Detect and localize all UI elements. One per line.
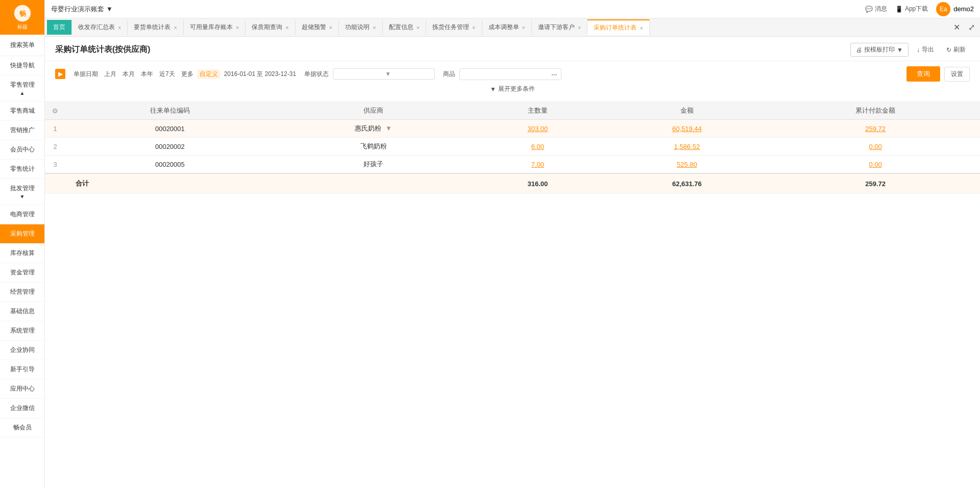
tab-home[interactable]: 首页 xyxy=(47,20,72,35)
tab-close-all-button[interactable]: ✕ xyxy=(950,21,963,33)
col-qty-label: 主数量 xyxy=(528,107,548,114)
tab-keyongliang-label: 可用量库存账本 xyxy=(190,23,233,32)
sidebar-item-retail-stats[interactable]: 零售统计 xyxy=(0,160,44,179)
retail-arrow-icon: ▲ xyxy=(20,90,25,96)
sidebar-item-member[interactable]: 会员中心 xyxy=(0,140,44,160)
table-footer-row: 合计 316.00 62,631.76 259.72 xyxy=(45,173,980,194)
tab-keyongliang[interactable]: 可用量库存账本 × xyxy=(184,20,246,35)
sidebar-item-batch[interactable]: 批发管理 ▼ xyxy=(0,179,44,205)
tab-yaohuo-close-icon[interactable]: × xyxy=(174,24,177,31)
tabbar: 首页 收发存汇总表 × 要货单统计表 × 可用量库存账本 × 保质期查询 × 超… xyxy=(45,18,980,37)
sidebar-item-ops[interactable]: 经营管理 xyxy=(0,282,44,302)
date-custom-badge[interactable]: 自定义 xyxy=(198,69,220,79)
settings-button[interactable]: 设置 xyxy=(944,67,970,82)
filter-row-1: ▶ 单据日期 上月 本月 本年 近7天 更多 自定义 2016-01-01 至 … xyxy=(55,66,970,82)
tab-chaochuyujing-close-icon[interactable]: × xyxy=(329,24,332,31)
goods-search-input[interactable] xyxy=(464,70,549,78)
sidebar-item-search[interactable]: 搜索英单 xyxy=(0,35,44,56)
col-paid-label: 累计付款金额 xyxy=(855,107,895,114)
logo-text: 标题 xyxy=(17,23,28,31)
sidebar-item-retail-shop[interactable]: 零售商城 xyxy=(0,101,44,121)
expand-more-button[interactable]: ▼ 展开更多条件 xyxy=(55,82,970,96)
table-header-row: ⚙ 往来单位编码 供应商 主数量 金额 xyxy=(45,102,980,120)
sidebar-item-quicknav[interactable]: 快捷导航 xyxy=(0,56,44,75)
tab-baoyuqi-close-icon[interactable]: × xyxy=(285,24,288,31)
filter-toggle-button[interactable]: ▶ xyxy=(55,69,65,79)
footer-label: 合计 xyxy=(65,173,275,194)
tab-gongneng-close-icon[interactable]: × xyxy=(373,24,376,31)
sidebar-item-finance[interactable]: 资金管理 xyxy=(0,263,44,282)
tab-maximize-button[interactable]: ⤢ xyxy=(965,21,978,33)
member-label: 会员中心 xyxy=(10,145,35,154)
sidebar-item-newbie[interactable]: 新手引导 xyxy=(0,360,44,379)
sidebar-item-basic[interactable]: 基础信息 xyxy=(0,302,44,321)
tab-shoufafahuizi[interactable]: 收发存汇总表 × xyxy=(72,20,128,35)
row-qty[interactable]: 6.00 xyxy=(472,138,603,156)
row-amount[interactable]: 60,519.44 xyxy=(603,120,771,138)
logo: 畅 标题 xyxy=(0,0,44,35)
date-7days-button[interactable]: 近7天 xyxy=(157,69,177,79)
app-download-button[interactable]: 📱 App下载 xyxy=(895,5,928,13)
tab-caigoudingtong-close-icon[interactable]: × xyxy=(640,25,643,31)
tab-caigoudingtong[interactable]: 采购订单统计表 × xyxy=(587,19,649,35)
sidebar-item-wechat[interactable]: 企业微信 xyxy=(0,399,44,418)
tab-chengbentiaozhen[interactable]: 成本调整单 × xyxy=(482,20,532,35)
tab-peizhixinxi-close-icon[interactable]: × xyxy=(416,24,420,31)
date-this-year-button[interactable]: 本年 xyxy=(139,69,155,79)
row-paid[interactable]: 0.00 xyxy=(771,156,980,174)
date-prev-month-button[interactable]: 上月 xyxy=(102,69,118,79)
row-amount[interactable]: 1,586.52 xyxy=(603,138,771,156)
tab-yaoqingxiayouke-close-icon[interactable]: × xyxy=(578,24,581,31)
status-select[interactable]: ▼ xyxy=(333,68,435,80)
corp-label: 企业协同 xyxy=(10,346,35,354)
status-filter-label: 单据状态 xyxy=(304,70,329,79)
tab-yaohuo[interactable]: 要货单统计表 × xyxy=(128,20,183,35)
sidebar-item-ecommerce[interactable]: 电商管理 xyxy=(0,205,44,224)
refresh-button[interactable]: ↻ 刷新 xyxy=(942,43,970,56)
tab-shoufafahuizi-close-icon[interactable]: × xyxy=(118,24,121,31)
expand-row-icon[interactable]: ▼ xyxy=(385,124,392,132)
tab-chengbentiaozhen-close-icon[interactable]: × xyxy=(522,24,525,31)
row-qty[interactable]: 303.00 xyxy=(472,120,603,138)
retail-shop-label: 零售商城 xyxy=(10,107,35,115)
row-qty[interactable]: 7.00 xyxy=(472,156,603,174)
tab-baoyuqi[interactable]: 保质期查询 × xyxy=(246,20,295,35)
sidebar-item-appcenter[interactable]: 应用中心 xyxy=(0,379,44,399)
sidebar-item-inventory[interactable]: 库存核算 xyxy=(0,244,44,263)
sidebar-item-corp[interactable]: 企业协同 xyxy=(0,341,44,360)
message-button[interactable]: 💬 消息 xyxy=(865,5,887,13)
sidebar-item-purchase[interactable]: 采购管理 xyxy=(0,224,44,244)
print-button[interactable]: 🖨 按模板打印 ▼ xyxy=(850,43,909,57)
sidebar-item-vip[interactable]: 畅会员 xyxy=(0,418,44,438)
expand-more-label: 展开更多条件 xyxy=(498,85,535,93)
user-profile[interactable]: Ea demo2 xyxy=(936,2,974,16)
row-supplier: 飞鹤奶粉 xyxy=(275,138,473,156)
tab-yaoqingxiayouke[interactable]: 邀请下游客户 × xyxy=(532,20,587,35)
sidebar-item-system[interactable]: 系统管理 xyxy=(0,321,44,341)
row-code: 00020002 xyxy=(65,138,275,156)
workspace-selector[interactable]: 母婴行业演示账套 ▼ xyxy=(51,5,113,14)
query-button[interactable]: 查询 xyxy=(906,66,940,82)
goods-more-icon[interactable]: ··· xyxy=(551,70,557,78)
tab-paihuorenwu[interactable]: 拣货任务管理 × xyxy=(426,20,482,35)
row-num: 1 xyxy=(45,120,65,138)
sidebar-item-retail[interactable]: 零售管理 ▲ xyxy=(0,75,44,101)
tab-gongneng[interactable]: 功能说明 × xyxy=(339,20,382,35)
footer-amount: 62,631.76 xyxy=(603,173,771,194)
export-button[interactable]: ↓ 导出 xyxy=(913,43,938,56)
row-paid[interactable]: 259.72 xyxy=(771,120,980,138)
username: demo2 xyxy=(953,5,974,13)
tab-paihuorenwu-close-icon[interactable]: × xyxy=(472,24,475,31)
tab-chaochuyujing[interactable]: 超储预警 × xyxy=(296,20,339,35)
tab-peizhixinxi[interactable]: 配置信息 × xyxy=(383,20,426,35)
sidebar-item-marketing[interactable]: 营销推广 xyxy=(0,121,44,140)
date-this-month-button[interactable]: 本月 xyxy=(120,69,137,79)
table-settings-icon[interactable]: ⚙ xyxy=(52,107,58,115)
tab-keyongliang-close-icon[interactable]: × xyxy=(236,24,239,31)
row-amount[interactable]: 525.80 xyxy=(603,156,771,174)
ecommerce-label: 电商管理 xyxy=(10,210,35,219)
tab-yaohuo-label: 要货单统计表 xyxy=(134,23,170,32)
date-more-button[interactable]: 更多 xyxy=(179,69,195,79)
col-amount: 金额 xyxy=(603,102,771,120)
row-paid[interactable]: 0.00 xyxy=(771,138,980,156)
